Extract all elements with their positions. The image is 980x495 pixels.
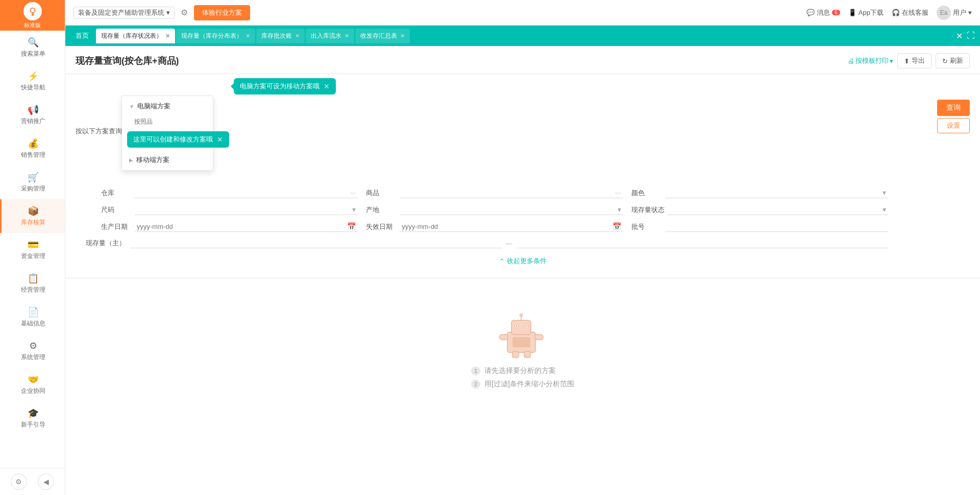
origin-input-wrap[interactable]: ▾	[400, 204, 623, 215]
purchase-icon: 🛒	[28, 172, 39, 183]
warehouse-input-wrap[interactable]: ···	[135, 187, 358, 198]
filter-cell-stock-status: 现存量状态 ▾	[631, 204, 888, 215]
goods-more-icon[interactable]: ···	[615, 188, 621, 197]
page-title: 现存量查询(按仓库+商品)	[76, 55, 179, 67]
color-input-wrap[interactable]: ▾	[665, 187, 888, 198]
system-selector[interactable]: 装备及固定资产辅助管理系统 ▾	[74, 7, 175, 19]
tab-summary[interactable]: 收发存汇总表 ✕	[355, 29, 410, 43]
exp-date-calendar-icon[interactable]: 📅	[612, 222, 621, 230]
size-input[interactable]	[137, 206, 352, 214]
avatar: Ea	[937, 6, 951, 20]
color-chevron-icon[interactable]: ▾	[883, 188, 886, 197]
sidebar-item-basic[interactable]: 📄 基础信息	[0, 300, 65, 334]
inventory-icon: 📦	[28, 205, 39, 217]
search-btn[interactable]: 查询	[937, 100, 970, 116]
exp-date-input[interactable]	[402, 223, 610, 230]
tooltip-close-1[interactable]: ✕	[324, 82, 330, 90]
origin-input[interactable]	[402, 206, 617, 214]
stock-main-max-input[interactable]	[519, 239, 887, 247]
hint-text-1: 请先选择要分析的方案	[484, 366, 556, 375]
logo-icon	[23, 2, 42, 20]
size-input-wrap[interactable]: ▾	[135, 204, 358, 215]
refresh-btn[interactable]: ↻ 刷新	[936, 53, 970, 68]
origin-chevron-icon[interactable]: ▾	[618, 205, 621, 214]
guide-icon: 🎓	[28, 408, 39, 419]
color-input[interactable]	[667, 189, 883, 197]
user-menu[interactable]: Ea 用户 ▾	[937, 6, 972, 20]
experience-btn[interactable]: 体验行业方案	[194, 5, 250, 20]
sidebar-item-search[interactable]: 🔍 搜索菜单	[0, 31, 65, 64]
sidebar-item-operations[interactable]: 📋 经营管理	[0, 267, 65, 300]
tab-close-4[interactable]: ✕	[345, 33, 349, 39]
sidebar-item-sales[interactable]: 💰 销售管理	[0, 132, 65, 166]
settings-icon[interactable]: ⚙	[179, 6, 190, 19]
close-all-tabs-icon[interactable]: ✕	[955, 30, 964, 42]
export-btn[interactable]: ⬆ 导出	[897, 53, 932, 68]
template-print-btn[interactable]: 🖨 按模板打印 ▾	[848, 56, 893, 65]
mfg-date-input-wrap[interactable]: 📅	[135, 221, 358, 232]
tooltip-close-2[interactable]: ✕	[217, 135, 223, 144]
exp-date-input-wrap[interactable]: 📅	[400, 221, 623, 232]
filter-row-1: 仓库 ··· 商品 ···	[86, 187, 888, 198]
collapse-filter-btn[interactable]: ⌃ 收起更多条件	[76, 252, 970, 270]
batch-input[interactable]	[667, 223, 886, 230]
warehouse-input[interactable]	[137, 189, 350, 197]
system-icon: ⚙	[29, 340, 37, 351]
svg-point-7	[525, 325, 527, 327]
stock-status-input-wrap[interactable]: ▾	[668, 204, 888, 215]
stock-main-min-input[interactable]	[132, 239, 500, 247]
tab-flow[interactable]: 出入库流水 ✕	[306, 29, 354, 43]
chevron-down-icon: ▾	[166, 9, 170, 16]
mfg-date-label: 生产日期	[101, 222, 132, 231]
hint-text-2: 用[过滤]条件来缩小分析范围	[484, 380, 574, 389]
sidebar-item-purchase[interactable]: 🛒 采购管理	[0, 166, 65, 199]
fullscreen-icon[interactable]: ⛶	[966, 30, 976, 42]
tab-batch-account[interactable]: 库存批次账 ✕	[256, 29, 305, 43]
scheme-sub-item-1[interactable]: 按照品	[122, 114, 213, 129]
tab-close-5[interactable]: ✕	[400, 33, 405, 39]
tab-inventory-status[interactable]: 现存量（库存状况表） ✕	[96, 29, 175, 43]
stock-main-input-wrap[interactable]	[130, 238, 502, 248]
search-nav-icon: 🔍	[28, 37, 39, 48]
message-badge: 6	[832, 10, 840, 15]
tab-home[interactable]: 首页	[69, 28, 95, 43]
goods-input[interactable]	[402, 189, 615, 197]
app-download-btn[interactable]: 📱 App下载	[848, 8, 884, 17]
stock-status-chevron-icon[interactable]: ▾	[883, 205, 886, 214]
tab-inventory-dist[interactable]: 现存量（库存分布表） ✕	[176, 29, 255, 43]
collapse-sidebar-btn[interactable]: ◀	[38, 474, 54, 490]
sidebar-item-finance[interactable]: 💳 资金管理	[0, 233, 65, 267]
warehouse-more-icon[interactable]: ···	[350, 188, 356, 197]
sidebar-item-quicknav[interactable]: ⚡ 快捷导航	[0, 64, 65, 98]
stock-status-input[interactable]	[670, 206, 883, 214]
filter-cell-color: 颜色 ▾	[631, 187, 888, 198]
top-header: 装备及固定资产辅助管理系统 ▾ ⚙ 体验行业方案 💬 消息 6 📱 App下载 …	[65, 0, 980, 26]
tab-close-2[interactable]: ✕	[246, 33, 250, 39]
settings-footer-btn[interactable]: ⚙	[11, 474, 27, 490]
edit-tooltip-text: 这里可以创建和修改方案哦	[133, 135, 213, 144]
sidebar-item-system[interactable]: ⚙ 系统管理	[0, 334, 65, 368]
tab-close-3[interactable]: ✕	[295, 33, 300, 39]
scheme-item-mobile[interactable]: ▶ 移动端方案	[122, 152, 213, 168]
mfg-date-input[interactable]	[137, 223, 345, 230]
sidebar-item-guide[interactable]: 🎓 新手引导	[0, 402, 65, 435]
scheme-dropdown[interactable]: ▼ 电脑端方案 按照品 这里可以创建和修改方案哦 ✕	[121, 96, 213, 171]
sidebar-item-inventory[interactable]: 📦 库存核算	[0, 199, 65, 233]
marketing-icon: 📢	[28, 104, 39, 115]
mfg-date-calendar-icon[interactable]: 📅	[347, 222, 356, 230]
size-chevron-icon[interactable]: ▾	[352, 205, 356, 214]
hint-num-2: 2	[471, 380, 480, 389]
message-btn[interactable]: 💬 消息 6	[806, 8, 840, 17]
goods-input-wrap[interactable]: ···	[400, 187, 623, 198]
stock-main-max-input-wrap[interactable]	[517, 238, 889, 248]
batch-input-wrap[interactable]	[665, 222, 888, 232]
app-download-label: App下载	[859, 8, 884, 17]
scheme-item-desktop[interactable]: ▼ 电脑端方案	[122, 98, 213, 114]
tab-close-1[interactable]: ✕	[165, 33, 170, 39]
set-btn[interactable]: 设置	[937, 118, 970, 133]
sidebar-item-enterprise[interactable]: 🤝 企业协同	[0, 368, 65, 402]
svg-rect-12	[512, 351, 519, 358]
online-support-btn[interactable]: 🎧 在线客服	[892, 8, 928, 17]
sidebar-item-marketing[interactable]: 📢 营销推广	[0, 98, 65, 132]
expand-mobile-icon: ▶	[129, 157, 133, 163]
